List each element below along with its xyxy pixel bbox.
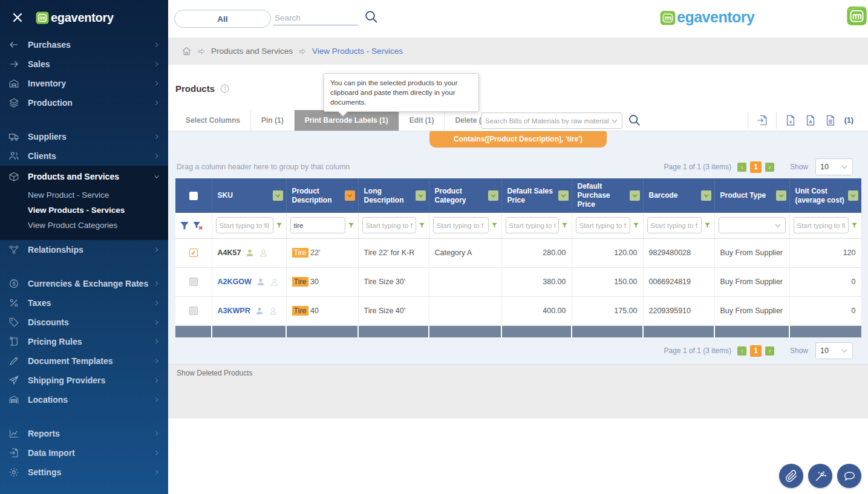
sidebar-item-document-templates[interactable]: Document Templates — [0, 351, 168, 371]
column-menu-sku[interactable] — [273, 190, 283, 201]
sidebar-item-purchases[interactable]: Purchases — [0, 35, 168, 54]
filter-funnel-icon[interactable] — [851, 222, 858, 229]
chat-fab-button[interactable] — [837, 464, 861, 488]
show-deleted-products-link[interactable]: Show Deleted Products — [177, 369, 252, 377]
product-sku-link[interactable]: A4K57 — [218, 249, 241, 257]
product-sku-link[interactable]: A2KGOW — [218, 278, 252, 286]
sidebar-item-settings[interactable]: Settings — [0, 463, 168, 482]
sidebar-item-suppliers[interactable]: Suppliers — [0, 127, 168, 146]
product-sku-link[interactable]: A3KWPR — [218, 307, 250, 315]
person-filled-icon[interactable] — [255, 306, 264, 316]
export-excel-icon[interactable] — [785, 114, 797, 126]
sidebar-subitem-view-product-categories[interactable]: View Product Categories — [0, 218, 168, 233]
filter-funnel-icon[interactable] — [633, 222, 639, 229]
apply-filters-icon[interactable] — [179, 220, 190, 231]
filter-input-unit_cost[interactable] — [794, 217, 849, 233]
column-menu-category[interactable] — [488, 190, 498, 201]
page-size-select[interactable]: 10 — [815, 158, 853, 175]
sidebar-item-data-import[interactable]: Data Import — [0, 443, 168, 463]
import-file-icon[interactable] — [756, 114, 768, 126]
filter-input-barcode[interactable] — [647, 217, 702, 233]
person-outline-icon[interactable] — [259, 249, 268, 258]
sidebar-item-clients[interactable]: Clients — [0, 146, 168, 166]
person-outline-icon[interactable] — [269, 307, 278, 316]
row-checkbox[interactable]: ✓ — [189, 249, 198, 257]
col-header-purchase_price[interactable]: Default Purchase Price — [572, 178, 643, 213]
sidebar-subitem-view-products-services[interactable]: View Products - Services — [0, 203, 168, 218]
sidebar-item-inventory[interactable]: Inventory — [0, 74, 168, 93]
current-page[interactable]: 1 — [750, 161, 762, 173]
clear-filters-icon[interactable] — [192, 220, 203, 231]
filter-funnel-icon[interactable] — [348, 222, 354, 229]
home-icon[interactable] — [181, 46, 192, 56]
filter-input-sales_price[interactable] — [506, 217, 559, 233]
column-menu-long_desc[interactable] — [416, 190, 426, 201]
row-checkbox[interactable] — [189, 278, 198, 286]
select-columns-button[interactable]: Select Columns — [175, 110, 250, 131]
active-filter-chip[interactable]: Contains([Product Description], 'tire') — [429, 131, 607, 148]
col-header-select[interactable] — [175, 178, 212, 213]
filter-funnel-icon[interactable] — [276, 222, 282, 229]
filter-funnel-icon[interactable] — [419, 222, 425, 229]
filter-input-sku[interactable] — [216, 217, 273, 233]
sidebar-close-button[interactable] — [12, 10, 28, 25]
sidebar-item-products-and-services[interactable]: Products and Services — [0, 166, 168, 187]
col-header-unit_cost[interactable]: Unit Cost (average cost) — [789, 178, 861, 213]
filter-funnel-icon[interactable] — [704, 222, 711, 229]
sidebar-item-relationships[interactable]: Relationships — [0, 240, 168, 259]
search-scope-button[interactable]: All — [174, 10, 271, 28]
col-header-desc[interactable]: Product Description — [286, 178, 358, 213]
product-row[interactable]: ✓A4K57Tire 22'Tire 22' for K-RCategory A… — [175, 238, 861, 267]
sidebar-item-sales[interactable]: Sales — [0, 54, 168, 74]
col-header-product_type[interactable]: Product Type — [714, 178, 789, 213]
global-search-input[interactable] — [273, 11, 358, 25]
magic-wand-fab-button[interactable] — [808, 464, 832, 488]
person-outline-icon[interactable] — [270, 278, 279, 287]
sidebar-item-locations[interactable]: Locations — [0, 390, 168, 409]
attachments-fab-button[interactable] — [779, 464, 803, 488]
filter-funnel-icon[interactable] — [491, 222, 498, 229]
person-filled-icon[interactable] — [245, 248, 255, 258]
sidebar-item-pricing-rules[interactable]: Pricing Rules — [0, 332, 168, 351]
col-header-barcode[interactable]: Barcode — [643, 178, 714, 213]
page-size-select[interactable]: 10 — [815, 342, 853, 359]
account-logo-icon[interactable] — [846, 4, 868, 27]
column-menu-barcode[interactable] — [701, 190, 711, 201]
sidebar-item-discounts[interactable]: Discounts — [0, 313, 168, 332]
breadcrumb-section[interactable]: Products and Services — [211, 47, 293, 56]
person-filled-icon[interactable] — [256, 277, 266, 287]
breadcrumb-current-page[interactable]: View Products - Services — [312, 47, 403, 56]
product-row[interactable]: A3KWPRTire 40Tire Size 40'400.00175.0022… — [175, 296, 861, 325]
sidebar-item-currencies-exchange-rates[interactable]: Currencies & Exchange Rates — [0, 274, 168, 293]
next-page-button[interactable]: › — [765, 346, 774, 356]
edit-1-button[interactable]: Edit (1) — [399, 110, 445, 131]
col-header-sku[interactable]: SKU — [212, 178, 286, 213]
col-header-long_desc[interactable]: Long Description — [358, 178, 429, 213]
col-header-sales_price[interactable]: Default Sales Price — [501, 178, 572, 213]
sidebar-item-taxes[interactable]: Taxes — [0, 293, 168, 313]
bom-search-select[interactable]: Search Bills of Materials by raw materia… — [481, 112, 622, 129]
sidebar-item-reports[interactable]: Reports — [0, 424, 168, 443]
column-menu-desc[interactable] — [345, 190, 355, 201]
filter-input-desc[interactable] — [290, 217, 345, 233]
col-header-category[interactable]: Product Category — [429, 178, 501, 213]
filter-input-purchase_price[interactable] — [576, 217, 630, 233]
bom-search-icon[interactable] — [628, 114, 641, 127]
current-page[interactable]: 1 — [750, 345, 762, 357]
product-row[interactable]: A2KGOWTire 30Tire Size 30'380.00150.0000… — [175, 267, 861, 296]
next-page-button[interactable]: › — [765, 163, 774, 172]
column-menu-product_type[interactable] — [776, 190, 786, 201]
export-doc-icon[interactable] — [824, 114, 837, 126]
help-icon[interactable] — [220, 83, 230, 94]
filter-input-category[interactable] — [433, 217, 489, 233]
global-search-icon[interactable] — [364, 10, 379, 24]
prev-page-button[interactable]: ‹ — [737, 346, 746, 356]
row-checkbox[interactable] — [189, 307, 198, 315]
column-menu-sales_price[interactable] — [558, 190, 569, 201]
filter-input-long_desc[interactable] — [362, 217, 416, 233]
pin-1-button[interactable]: Pin (1) — [250, 110, 294, 131]
select-all-checkbox[interactable] — [189, 192, 198, 200]
export-pdf-icon[interactable] — [804, 114, 817, 126]
filter-funnel-icon[interactable] — [561, 222, 568, 229]
sidebar-item-shipping-providers[interactable]: Shipping Providers — [0, 371, 168, 390]
